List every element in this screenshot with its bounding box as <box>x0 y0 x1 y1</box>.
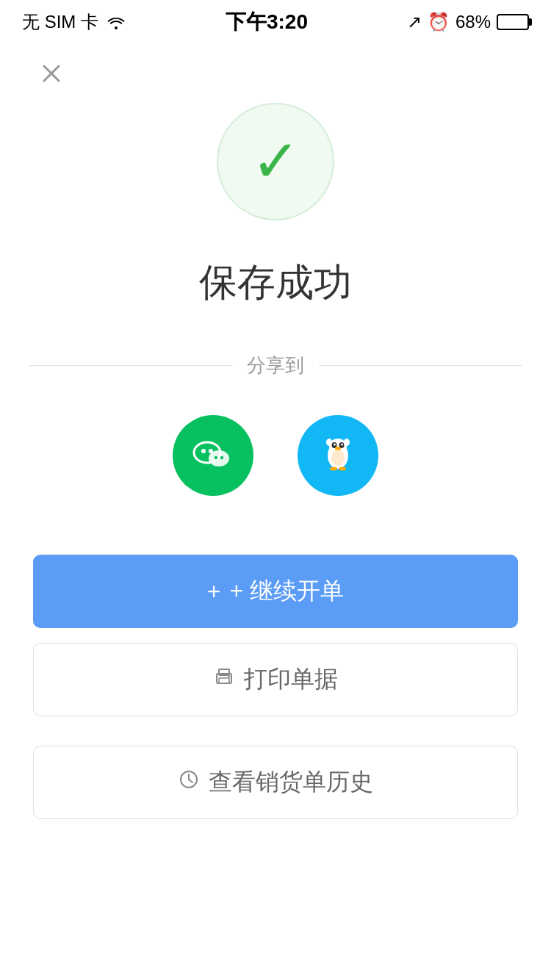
sim-status: 无 SIM 卡 <box>22 10 98 34</box>
svg-point-5 <box>209 449 213 453</box>
svg-line-26 <box>189 779 192 782</box>
svg-point-16 <box>330 467 337 471</box>
print-button-row: 打印单据 <box>33 643 518 731</box>
qq-share-button[interactable] <box>298 415 378 496</box>
print-label: 打印单据 <box>244 663 338 696</box>
wechat-share-button[interactable] <box>173 415 253 496</box>
divider-line-left <box>29 365 232 366</box>
printer-icon <box>213 666 235 693</box>
svg-point-6 <box>215 456 217 459</box>
history-button-row: 查看销货单历史 <box>33 746 518 834</box>
history-label: 查看销货单历史 <box>209 766 373 799</box>
share-label: 分享到 <box>232 353 319 378</box>
svg-point-23 <box>228 676 231 678</box>
status-bar: 无 SIM 卡 下午3:20 ↗ ⏰ 68% <box>0 0 551 44</box>
plus-icon: + <box>207 578 221 605</box>
share-divider: 分享到 <box>0 353 551 378</box>
status-right: ↗ ⏰ 68% <box>407 12 529 32</box>
svg-point-7 <box>220 456 223 459</box>
continue-button-row: + + 继续开单 <box>33 555 518 628</box>
main-content: ✓ 保存成功 分享到 <box>0 44 551 849</box>
clock-icon <box>178 768 200 796</box>
status-left: 无 SIM 卡 <box>22 10 126 34</box>
history-button[interactable]: 查看销货单历史 <box>33 746 518 819</box>
svg-point-17 <box>339 467 346 471</box>
print-button[interactable]: 打印单据 <box>33 643 518 716</box>
status-time: 下午3:20 <box>226 8 308 36</box>
svg-point-4 <box>201 449 206 453</box>
share-row <box>173 415 378 496</box>
svg-point-15 <box>331 450 345 466</box>
battery-percent: 68% <box>455 12 491 32</box>
divider-line-right <box>319 365 522 366</box>
wifi-icon <box>106 15 126 29</box>
svg-point-18 <box>326 439 332 446</box>
continue-label: + 继续开单 <box>230 575 345 608</box>
continue-button[interactable]: + + 继续开单 <box>33 555 518 628</box>
close-button[interactable] <box>33 55 70 92</box>
success-circle: ✓ <box>217 103 334 220</box>
checkmark-icon: ✓ <box>251 132 300 191</box>
svg-rect-21 <box>219 678 229 683</box>
svg-point-19 <box>344 439 350 446</box>
svg-point-12 <box>334 444 336 446</box>
location-icon: ↗ <box>407 12 422 32</box>
alarm-icon: ⏰ <box>428 12 450 32</box>
success-title: 保存成功 <box>199 257 352 309</box>
battery-icon <box>497 14 529 30</box>
svg-point-13 <box>341 444 343 446</box>
